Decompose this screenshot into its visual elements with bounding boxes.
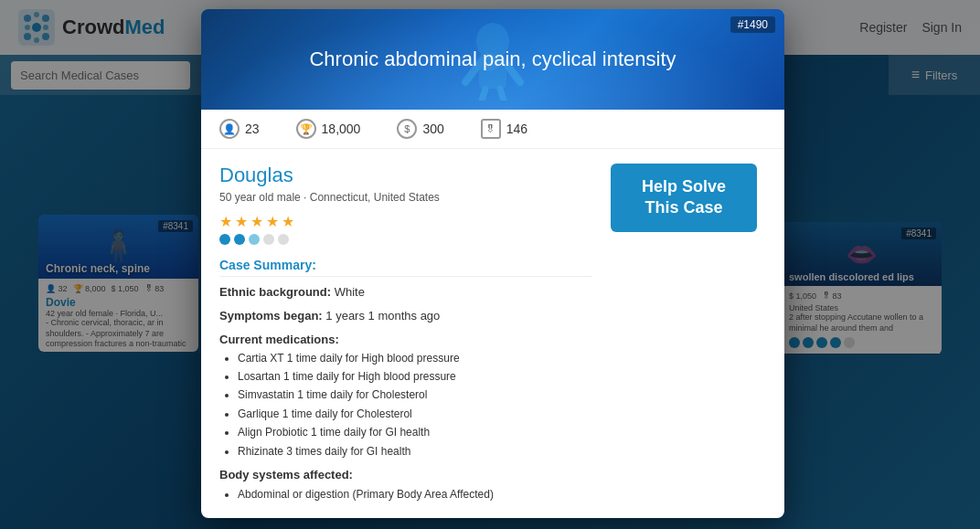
case-summary-label: Case Summary: (219, 258, 592, 277)
dot-2 (234, 234, 245, 245)
med-1: Cartia XT 1 time daily for High blood pr… (238, 349, 592, 367)
points-icon: $ (397, 119, 417, 139)
modal-case-number: #1490 (730, 16, 775, 33)
stat-participants: 👤 23 (219, 119, 260, 139)
reward-value: 18,000 (322, 122, 361, 136)
svg-line-16 (500, 89, 504, 101)
reward-icon: 🏆 (296, 119, 316, 139)
dot-3 (249, 234, 260, 245)
progress-dots (219, 234, 592, 245)
ethnic-background-field: Ethnic background: White (219, 284, 592, 301)
ethnic-background-value: White (335, 285, 365, 299)
stat-badges: 🎖 146 (481, 119, 527, 139)
badges-icon: 🎖 (481, 119, 501, 139)
svg-line-15 (482, 89, 485, 101)
med-4: Garlique 1 time daily for Cholesterol (238, 405, 592, 423)
stat-points: $ 300 (397, 119, 443, 139)
patient-info: 50 year old male · Connecticut, United S… (219, 191, 592, 204)
modal-stats-bar: 👤 23 🏆 18,000 $ 300 🎖 146 (201, 110, 784, 149)
star-1: ★ (219, 213, 232, 230)
symptoms-began-value: 1 years 1 months ago (325, 309, 440, 323)
symptoms-began-field: Symptoms began: 1 years 1 months ago (219, 308, 592, 324)
patient-name: Douglas (219, 164, 592, 187)
ethnic-background-label: Ethnic background: (219, 285, 331, 299)
stat-reward: 🏆 18,000 (296, 119, 361, 139)
patient-rating: ★ ★ ★ ★ ★ (219, 213, 592, 230)
participants-value: 23 (245, 122, 260, 136)
dot-1 (219, 234, 230, 245)
modal-left-panel: Douglas 50 year old male · Connecticut, … (219, 164, 592, 503)
help-solve-button[interactable]: Help Solve This Case (611, 164, 757, 232)
badges-value: 146 (506, 122, 527, 136)
modal-title: Chronic abdominal pain, cyclical intensi… (291, 48, 694, 71)
star-4: ★ (266, 213, 279, 230)
med-5: Align Probiotic 1 time daily for GI heal… (238, 423, 592, 441)
modal-right-panel: Help Solve This Case (611, 164, 766, 503)
dot-4 (263, 234, 274, 245)
body-systems-list: Abdominal or digestion (Primary Body Are… (219, 485, 592, 503)
body-systems-label: Body systems affected: (219, 468, 592, 481)
body-system-1: Abdominal or digestion (Primary Body Are… (238, 485, 592, 503)
med-2: Losartan 1 time daily for High blood pre… (238, 367, 592, 386)
star-2: ★ (235, 213, 248, 230)
symptoms-began-label: Symptoms began: (219, 309, 323, 323)
points-value: 300 (422, 122, 443, 136)
star-3: ★ (250, 213, 263, 230)
medications-list: Cartia XT 1 time daily for High blood pr… (219, 349, 592, 460)
modal-body: Douglas 50 year old male · Connecticut, … (201, 149, 784, 518)
modal-hero: #1490 Chronic abdominal pain, cyclical i… (201, 9, 784, 110)
med-3: Simvastatin 1 time daily for Cholesterol (238, 386, 592, 404)
med-6: Rhizinate 3 times daily for GI health (238, 442, 592, 460)
medications-label: Current medications: (219, 332, 592, 348)
dot-5 (278, 234, 289, 245)
participants-icon: 👤 (219, 119, 240, 139)
case-modal: #1490 Chronic abdominal pain, cyclical i… (201, 9, 784, 518)
star-5: ★ (282, 213, 294, 230)
medications-field: Current medications: Cartia XT 1 time da… (219, 332, 592, 460)
